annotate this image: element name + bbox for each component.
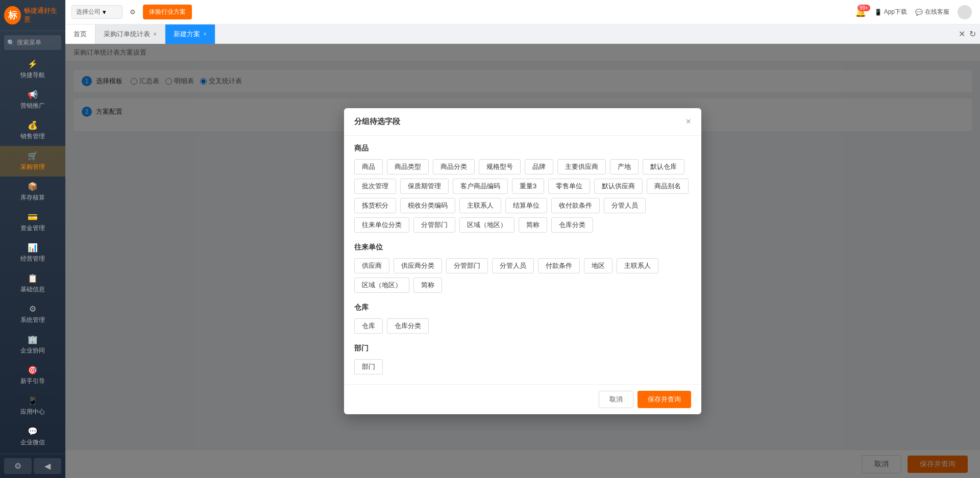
topbar-gear-icon[interactable]: ⚙ [127,5,139,19]
section-counterpart-title: 往来单位 [354,243,691,252]
modal-body[interactable]: 商品 商品 商品类型 商品分类 规格型号 品牌 主要供应商 产地 默认仓库 批次… [344,136,701,384]
field-tag-main-supplier[interactable]: 主要供应商 [557,159,606,174]
modal-title: 分组待选字段 [354,117,400,127]
section-warehouse-tags: 仓库 仓库分类 [354,318,691,334]
field-tag-warehouse-category[interactable]: 仓库分类 [387,318,429,334]
field-tag-customer-code[interactable]: 客户商品编码 [453,179,508,194]
field-tag-settlement-unit[interactable]: 结算单位 [505,198,547,213]
collapse-button[interactable]: ◀ [34,458,61,474]
app-download-link[interactable]: 📱 App下载 [874,8,907,16]
settings-button[interactable]: ⚙ [4,458,32,474]
user-avatar[interactable] [958,5,972,19]
field-tag-brand[interactable]: 品牌 [525,159,553,174]
field-tag-department[interactable]: 部门 [354,359,383,374]
section-department-title: 部门 [354,344,691,353]
tab-new-plan[interactable]: 新建方案 × [165,24,215,44]
field-tag-pickup-points[interactable]: 拣货积分 [354,198,396,213]
service-icon: 💬 [915,9,923,16]
field-tag-dept-goods[interactable]: 分管部门 [413,217,455,233]
section-counterpart: 往来单位 供应商 供应商分类 分管部门 分管人员 付款条件 地区 主联系人 区域… [354,243,691,293]
field-tag-warehouse[interactable]: 仓库 [354,318,383,334]
field-tag-region2-cp[interactable]: 区域（地区） [354,278,409,293]
field-tag-dept-cp[interactable]: 分管部门 [446,258,488,273]
modal-footer: 取消 保存并查询 [344,384,701,414]
sidebar-item-marketing[interactable]: 📢 营销推广 [0,85,65,115]
logo-text: 畅捷通好生意 [24,7,61,24]
topbar: 选择公司 ▾ ⚙ 体验行业方案 🔔 99+ 📱 App下载 💬 在线客服 [65,0,980,24]
tab-refresh-button[interactable]: ↻ [969,29,976,39]
search-menu-button[interactable]: 🔍 搜索菜单 [4,35,61,50]
logo-area: 标 畅捷通好生意 [0,0,65,31]
system-icon: ⚙ [29,304,36,314]
online-service-link[interactable]: 💬 在线客服 [915,8,949,16]
sidebar-item-enterprise[interactable]: 🏢 企业协同 [0,330,65,360]
field-tag-region-goods[interactable]: 区域（地区） [459,217,514,233]
field-tag-goods-type[interactable]: 商品类型 [387,159,429,174]
base-info-icon: 📋 [28,273,38,283]
modal-save-button[interactable]: 保存并查询 [638,391,691,408]
field-tag-payment-terms-cp[interactable]: 付款条件 [538,258,580,273]
field-tag-goods[interactable]: 商品 [354,159,383,174]
field-tag-payment-terms[interactable]: 收付款条件 [551,198,600,213]
field-tag-expiry-mgmt[interactable]: 保质期管理 [400,179,449,194]
company-dropdown[interactable]: 选择公司 ▾ [71,5,122,19]
download-icon: 📱 [874,9,882,16]
field-tag-goods-category[interactable]: 商品分类 [433,159,475,174]
field-tag-abbr-cp[interactable]: 简称 [413,278,442,293]
modal-close-button[interactable]: × [685,116,691,127]
field-tag-default-supplier[interactable]: 默认供应商 [594,179,643,194]
field-tag-supplier-category[interactable]: 供应商分类 [394,258,442,273]
sidebar-item-operations[interactable]: 📊 经营管理 [0,238,65,268]
notification-bell[interactable]: 🔔 99+ [855,7,866,18]
search-icon: 🔍 [7,39,15,46]
field-tag-tax-code[interactable]: 税收分类编码 [400,198,455,213]
operations-icon: 📊 [28,243,38,253]
guide-icon: 🎯 [28,365,38,375]
app-center-icon: 📱 [28,396,38,406]
field-tag-region-cp[interactable]: 地区 [584,258,612,273]
field-tag-default-warehouse[interactable]: 默认仓库 [643,159,684,174]
tab-close-all-button[interactable]: ✕ [959,29,965,39]
tab-home[interactable]: 首页 [65,24,95,44]
field-selection-modal: 分组待选字段 × 商品 商品 商品类型 商品分类 规格型号 品牌 主要供应商 产… [344,108,701,414]
modal-cancel-button[interactable]: 取消 [599,391,633,408]
field-tag-from-unit-category[interactable]: 往来单位分类 [354,217,409,233]
section-goods-title: 商品 [354,144,691,153]
sidebar-item-sales[interactable]: 💰 销售管理 [0,115,65,146]
field-tag-supplier[interactable]: 供应商 [354,258,389,273]
sidebar-item-quick-nav[interactable]: ⚡ 快捷导航 [0,54,65,85]
tabbar: 首页 采购订单统计表 × 新建方案 × ✕ ↻ [65,24,980,44]
field-tag-warehouse-category-goods[interactable]: 仓库分类 [551,217,593,233]
sidebar-item-base-info[interactable]: 📋 基础信息 [0,268,65,299]
sidebar-item-purchase[interactable]: 🛒 采购管理 [0,146,65,177]
sidebar-item-guide[interactable]: 🎯 新手引导 [0,360,65,391]
sidebar-item-system[interactable]: ⚙ 系统管理 [0,299,65,330]
inventory-icon: 📦 [28,182,38,191]
marketing-icon: 📢 [28,90,38,99]
field-tag-manager[interactable]: 分管人员 [604,198,646,213]
field-tag-spec-type[interactable]: 规格型号 [479,159,521,174]
field-tag-weight3[interactable]: 重量3 [512,179,544,194]
tab-purchase-stats[interactable]: 采购订单统计表 × [95,24,165,44]
sidebar-item-wechat[interactable]: 💬 企业微信 [0,421,65,452]
field-tag-retail-unit[interactable]: 零售单位 [548,179,590,194]
tab-purchase-close-icon[interactable]: × [153,31,157,38]
sales-icon: 💰 [28,120,38,130]
sidebar-item-app-center[interactable]: 📱 应用中心 [0,391,65,421]
field-tag-goods-alias[interactable]: 商品别名 [647,179,689,194]
field-tag-abbr-goods[interactable]: 简称 [519,217,547,233]
sidebar-item-inventory[interactable]: 📦 库存核算 [0,177,65,207]
sidebar-bottom: ⚙ ◀ [0,454,65,478]
field-tag-batch-mgmt[interactable]: 批次管理 [354,179,396,194]
sidebar-search-area: 🔍 搜索菜单 [0,31,65,54]
field-tag-manager-cp[interactable]: 分管人员 [492,258,534,273]
tab-new-plan-close-icon[interactable]: × [203,31,207,38]
field-tag-origin[interactable]: 产地 [610,159,639,174]
field-tag-main-contact[interactable]: 主联系人 [459,198,501,213]
section-goods: 商品 商品 商品类型 商品分类 规格型号 品牌 主要供应商 产地 默认仓库 批次… [354,144,691,233]
section-warehouse: 仓库 仓库 仓库分类 [354,303,691,334]
trial-plan-button[interactable]: 体验行业方案 [143,5,192,19]
sidebar-nav: ⚡ 快捷导航 📢 营销推广 💰 销售管理 🛒 采购管理 📦 库存核算 💳 资金管… [0,54,65,454]
field-tag-main-contact-cp[interactable]: 主联系人 [617,258,658,273]
sidebar-item-finance[interactable]: 💳 资金管理 [0,207,65,238]
